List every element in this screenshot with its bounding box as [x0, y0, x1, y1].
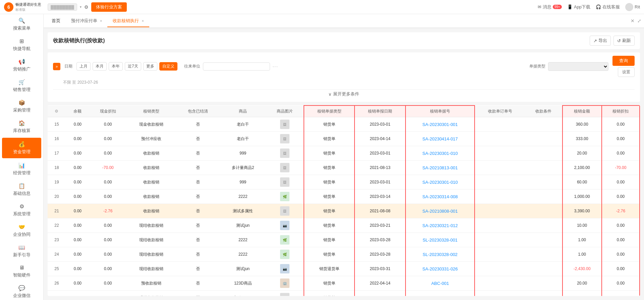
cell-cancel-bill-date: 2023-03-21	[355, 218, 406, 233]
cell-cancel-bill-no[interactable]: SA-20210813-001	[406, 161, 475, 175]
this-month-btn[interactable]: 本月	[93, 62, 107, 71]
cell-balance: 0.00	[66, 132, 90, 146]
sidebar-item-shortcut[interactable]: ⊞ 快捷导航	[0, 35, 43, 55]
cell-cancel-bill-no[interactable]: SL-20230328-001	[406, 233, 475, 247]
trial-button[interactable]: 体验行业方案	[91, 2, 127, 12]
sidebar-item-basic[interactable]: 📋 基础信息	[0, 179, 43, 200]
cell-cancel-bill-no[interactable]: SA-20230301-010	[406, 175, 475, 189]
sidebar-item-enterprise[interactable]: 🤝 企业协同	[0, 220, 43, 241]
export-button[interactable]: ↗ 导出	[590, 36, 611, 46]
expand-window-btn[interactable]: ⤢	[637, 18, 641, 24]
cell-no: 15	[48, 117, 66, 132]
last-7days-btn[interactable]: 近7天	[125, 62, 141, 71]
cell-cancel-bill-no[interactable]: SA-20230321-012	[406, 218, 475, 233]
sidebar-item-marketing[interactable]: 📢 营销推广	[0, 55, 43, 76]
cell-cancel-discount: 0.00	[602, 233, 640, 247]
cell-cancel-amount: 1.00	[562, 247, 602, 262]
refresh-button[interactable]: ↺ 刷新	[613, 36, 635, 46]
tab-home[interactable]: 首页	[46, 15, 66, 27]
cell-product: 999	[219, 175, 266, 189]
sidebar-item-system[interactable]: ⚙ 系统管理	[0, 200, 43, 220]
last-month-btn[interactable]: 上月	[76, 62, 91, 71]
receipt-type-select[interactable]	[548, 62, 608, 71]
close-window-btn[interactable]: ✕	[631, 18, 635, 24]
custom-date-btn[interactable]: 自定义	[159, 62, 177, 71]
sidebar-item-hardware[interactable]: 🖥 智能硬件	[0, 261, 43, 282]
cell-receipt-order-no	[475, 161, 525, 175]
cell-include-settled: 否	[176, 233, 219, 247]
expand-more-btn[interactable]: ∨ 展开更多条件	[53, 89, 635, 98]
cell-cancel-bill-no[interactable]: SA-20230301-001	[406, 117, 475, 132]
user-area[interactable]: Rit	[625, 3, 640, 11]
table-row: 17 0.00 0.00 收款核销 否 999 🖼 销货单 2023-03-01…	[48, 146, 640, 161]
sidebar-item-finance[interactable]: 💰 资金管理	[2, 138, 41, 158]
message-item[interactable]: ✉ 消息 99+	[538, 4, 562, 10]
cell-cancel-bill-no[interactable]: SA-20230331-026	[406, 262, 475, 276]
cell-receipt-order-no	[475, 175, 525, 189]
from-unit-input[interactable]	[203, 62, 270, 71]
cell-cancel-type: 现金收款核销	[126, 117, 176, 132]
this-year-btn[interactable]: 本年	[109, 62, 123, 71]
cell-cancel-bill-no[interactable]: ABC-001	[406, 276, 475, 291]
cell-balance: 0.00	[66, 175, 90, 189]
more-date-btn[interactable]: 更多	[143, 62, 157, 71]
col-header-receipt-condition: 收款条件	[525, 105, 562, 117]
cell-receipt-condition	[525, 262, 562, 276]
cell-cancel-bill-no[interactable]: SL-20230328-002	[406, 247, 475, 262]
sidebar-label-basic: 基础信息	[13, 190, 31, 197]
cell-cancel-amount: 2,100.00	[562, 161, 602, 175]
cell-cancel-bill-date: 2021-08-13	[355, 161, 406, 175]
cell-receipt-condition	[525, 189, 562, 204]
query-button[interactable]: 查询	[612, 56, 635, 66]
filter-expand-button[interactable]: »	[53, 63, 60, 70]
cell-product-img: 🖼	[266, 175, 304, 189]
sidebar-item-business[interactable]: 📊 经营管理	[0, 159, 43, 179]
sidebar-item-search[interactable]: 🔍 搜索菜单	[0, 14, 43, 35]
cell-cancel-bill-type: 销货单	[304, 276, 355, 291]
cell-product-img: 🖼	[266, 291, 304, 296]
gear-icon[interactable]: ⚙	[84, 4, 89, 10]
wechat-icon: 💬	[18, 285, 25, 291]
cell-cancel-bill-no[interactable]: SA-20210808-001	[406, 204, 475, 218]
app-download-item[interactable]: 📱 App下载	[567, 4, 590, 10]
sidebar-item-wechat[interactable]: 💬 企业微信	[0, 282, 43, 300]
cell-cancel-bill-no[interactable]: SL-20230408-001	[406, 291, 475, 296]
cell-cancel-bill-no[interactable]: SA-20230314-008	[406, 189, 475, 204]
table-row: 23 0.00 0.00 现结收款核销 否 2222 🌿 销货单 2023-03…	[48, 233, 640, 247]
col-header-cancel-bill-date: 核销单报日期	[355, 105, 406, 117]
table-container: ⚙ 余额 现金折扣 核销类型 包含已结清 商品 商品图片 核销单据类型 核销单报…	[48, 105, 640, 296]
close-collection-tab[interactable]: ×	[142, 19, 144, 23]
top-bar: 6 畅捷通谱好生意标准版 ▓▓▓▓▓▓▓▓ ▾ ⚙ 体验行业方案 ✉ 消息 99…	[0, 0, 644, 14]
col-header-settings[interactable]: ⚙	[48, 105, 66, 117]
sidebar-item-purchase[interactable]: 📦 采购管理	[0, 96, 43, 117]
cell-cancel-type: 现结收款核销	[126, 233, 176, 247]
sidebar-item-sales[interactable]: 🛒 销售管理	[0, 76, 43, 96]
setting-button[interactable]: 设置	[618, 67, 635, 77]
sidebar-item-inventory[interactable]: 🏠 库存核算	[0, 117, 43, 137]
search-icon: 🔍	[18, 17, 25, 24]
cell-cancel-bill-date: 2023-04-14	[355, 132, 406, 146]
cell-product-img: 🖼	[266, 161, 304, 175]
online-service-item[interactable]: 🎧 在线客服	[596, 4, 620, 10]
cell-cancel-bill-no[interactable]: SA-20230414-017	[406, 132, 475, 146]
sidebar-item-guide[interactable]: 📖 新手引导	[0, 241, 43, 261]
cell-include-settled: 否	[176, 189, 219, 204]
cell-include-settled: 否	[176, 117, 219, 132]
cell-cancel-bill-no[interactable]: SA-20230301-010	[406, 146, 475, 161]
table-row: 26 0.00 0.00 预收款核销 否 123D商品 🏢 销货单 2022-0…	[48, 276, 640, 291]
cell-balance: 0.00	[66, 262, 90, 276]
user-name: Rit	[635, 4, 640, 9]
tab-prepay[interactable]: 预付冲应付单 ×	[66, 15, 107, 27]
hardware-icon: 🖥	[19, 265, 24, 271]
tab-right-controls: ✕ ⤢	[631, 18, 641, 24]
cell-include-settled: 否	[176, 132, 219, 146]
close-prepay-tab[interactable]: ×	[100, 19, 102, 23]
cell-cancel-type: 收款核销	[126, 204, 176, 218]
cell-cancel-bill-date: 2023-03-28	[355, 233, 406, 247]
company-name[interactable]: ▓▓▓▓▓▓▓▓	[48, 3, 77, 11]
tab-collection[interactable]: 收款核销执行 ×	[107, 15, 149, 27]
cell-product-img: 🖼	[266, 146, 304, 161]
cell-cancel-discount: 0.00	[602, 291, 640, 296]
sidebar-label-shortcut: 快捷导航	[13, 46, 31, 52]
logo-text: 畅捷通谱好生意标准版	[15, 2, 41, 12]
